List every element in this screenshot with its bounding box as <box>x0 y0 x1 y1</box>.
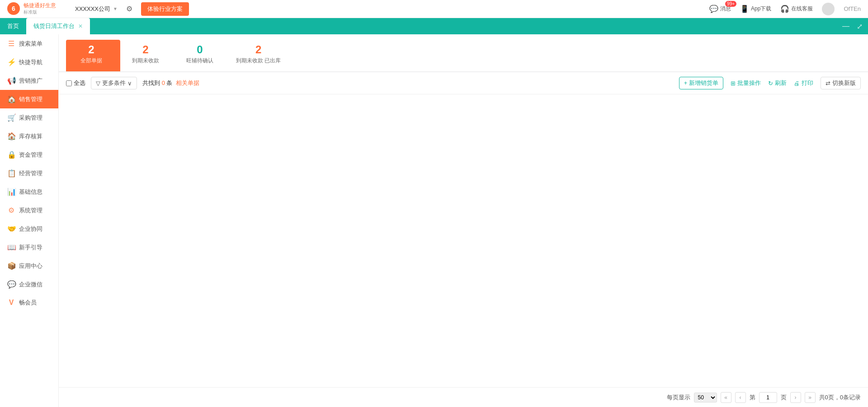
last-page-btn[interactable]: » <box>805 392 816 403</box>
print-icon: 🖨 <box>794 80 800 87</box>
sidebar-item-purchase[interactable]: 🛒 采购管理 <box>0 108 58 127</box>
add-sales-order-btn[interactable]: + 新增销货单 <box>679 77 723 89</box>
sidebar-item-operation[interactable]: 📋 经营管理 <box>0 164 58 182</box>
sidebar-item-wechat[interactable]: 💬 企业微信 <box>0 275 58 294</box>
page-suffix: 页 <box>781 393 787 402</box>
found-prefix: 共找到 <box>142 80 160 86</box>
refresh-label: 刷新 <box>775 79 787 87</box>
print-btn[interactable]: 🖨 打印 <box>794 79 813 87</box>
search-menu-icon: ☰ <box>7 39 15 48</box>
first-page-btn[interactable]: « <box>721 392 731 403</box>
found-suffix: 条 <box>166 80 172 86</box>
header-center: XXXXXX公司 ▼ ⚙ 体验行业方案 <box>66 2 709 16</box>
header-right: 💬 消息 99+ 📱 App下载 🎧 在线客服 OfTEn <box>709 3 861 15</box>
main-layout: ☰ 搜索菜单 ⚡ 快捷导航 📢 营销推广 🏠 销售管理 🛒 采购管理 🏠 库存核… <box>0 34 868 407</box>
trial-btn[interactable]: 体验行业方案 <box>141 2 189 16</box>
found-link[interactable]: 相关单据 <box>176 80 199 86</box>
sales-icon: 🏠 <box>7 95 15 103</box>
select-all-checkbox[interactable]: 全选 <box>66 79 85 87</box>
switch-label: 切换新版 <box>832 79 856 87</box>
tab-home[interactable]: 首页 <box>0 18 26 34</box>
sidebar-item-search-menu[interactable]: ☰ 搜索菜单 <box>0 34 58 53</box>
sidebar-label-finance: 资金管理 <box>19 151 42 159</box>
sidebar-label-sales: 销售管理 <box>19 95 42 103</box>
close-tab-icon[interactable]: ✕ <box>78 23 83 29</box>
sidebar-item-marketing[interactable]: 📢 营销推广 <box>0 71 58 90</box>
expand-icon[interactable]: ⤢ <box>855 20 864 33</box>
member-icon: V <box>7 299 15 307</box>
total-info: 共0页，0条记录 <box>819 393 861 402</box>
sidebar-label-operation: 经营管理 <box>19 169 42 178</box>
toolbar: 全选 ▽ 更多条件 ∨ 共找到 0 条 相关单据 + 新增销货单 ⊞ <box>59 72 868 94</box>
refresh-btn[interactable]: ↻ 刷新 <box>768 79 787 87</box>
online-service-label: 在线客服 <box>791 5 813 13</box>
sidebar-item-newbie[interactable]: 📖 新手引导 <box>0 238 58 257</box>
app-center-icon: 📦 <box>7 262 15 270</box>
switch-icon: ⇄ <box>826 80 830 87</box>
app-logo-icon: 6 <box>7 2 20 15</box>
avatar[interactable] <box>822 3 835 15</box>
footer-pagination: 每页显示 50 100 200 « ‹ 第 页 › » 共0页，0条记录 <box>59 387 868 407</box>
card-pending-confirm[interactable]: 0 旺辅待确认 <box>175 40 229 71</box>
refresh-icon: ↻ <box>768 80 773 87</box>
newbie-icon: 📖 <box>7 243 15 252</box>
logo-area: 6 畅捷通好生意 标准版 <box>7 2 66 15</box>
batch-ops-btn[interactable]: ⊞ 批量操作 <box>731 79 761 87</box>
main-content: 2 全部单据 2 到期未收款 0 旺辅待确认 2 到期未收款 已出库 全选 <box>59 34 868 407</box>
enterprise-icon: 🤝 <box>7 225 15 233</box>
app-download-btn[interactable]: 📱 App下载 <box>740 5 771 13</box>
top-header: 6 畅捷通好生意 标准版 XXXXXX公司 ▼ ⚙ 体验行业方案 💬 消息 99… <box>0 0 868 18</box>
sidebar-label-search-menu: 搜索菜单 <box>19 40 42 48</box>
tab-workbench[interactable]: 钱货日清工作台 ✕ <box>26 18 90 34</box>
minimize-icon[interactable]: — <box>840 20 851 32</box>
sidebar-item-app-center[interactable]: 📦 应用中心 <box>0 257 58 275</box>
card-all[interactable]: 2 全部单据 <box>66 40 120 71</box>
sidebar-item-system[interactable]: ⚙ 系统管理 <box>0 201 58 220</box>
filter-icon: ▽ <box>96 80 100 87</box>
sidebar-item-quick-nav[interactable]: ⚡ 快捷导航 <box>0 53 58 71</box>
sidebar-item-finance[interactable]: 🔒 资金管理 <box>0 145 58 164</box>
username-area[interactable]: OfTEn <box>844 5 861 12</box>
app-name: 畅捷通好生意 <box>24 2 56 9</box>
sidebar-label-member: 畅会员 <box>19 299 37 307</box>
prev-page-btn[interactable]: ‹ <box>735 392 746 403</box>
toolbar-right: + 新增销货单 ⊞ 批量操作 ↻ 刷新 🖨 打印 ⇄ 切换新版 <box>679 77 861 89</box>
sidebar-item-basic-info[interactable]: 📊 基础信息 <box>0 182 58 201</box>
batch-icon: ⊞ <box>731 80 736 87</box>
sidebar-item-enterprise[interactable]: 🤝 企业协同 <box>0 220 58 238</box>
message-badge: 99+ <box>725 1 736 7</box>
batch-label: 批量操作 <box>737 79 761 87</box>
sidebar-item-inventory[interactable]: 🏠 库存核算 <box>0 127 58 145</box>
select-all-input[interactable] <box>66 80 72 86</box>
marketing-icon: 📢 <box>7 76 15 85</box>
nav-tabs: 首页 钱货日清工作台 ✕ — ⤢ <box>0 18 868 34</box>
settings-icon[interactable]: ⚙ <box>123 3 136 15</box>
sidebar-item-sales[interactable]: 🏠 销售管理 <box>0 90 58 108</box>
sidebar-label-newbie: 新手引导 <box>19 243 42 252</box>
card-not-shipped-label: 到期未收款 已出库 <box>236 57 281 65</box>
sidebar-label-enterprise: 企业协同 <box>19 225 42 233</box>
page-number-input[interactable] <box>759 392 777 403</box>
toolbar-left: 全选 ▽ 更多条件 ∨ 共找到 0 条 相关单据 <box>66 77 199 89</box>
card-overdue-unpaid[interactable]: 2 到期未收款 <box>120 40 175 71</box>
next-page-btn[interactable]: › <box>790 392 801 403</box>
per-page-select[interactable]: 50 100 200 <box>694 393 717 402</box>
summary-cards: 2 全部单据 2 到期未收款 0 旺辅待确认 2 到期未收款 已出库 <box>59 34 868 72</box>
operation-icon: 📋 <box>7 169 15 178</box>
sidebar-label-marketing: 营销推广 <box>19 77 42 85</box>
filter-btn[interactable]: ▽ 更多条件 ∨ <box>91 77 137 89</box>
company-name: XXXXXX公司 <box>75 5 110 13</box>
online-service-btn[interactable]: 🎧 在线客服 <box>780 5 813 13</box>
card-pending-label: 旺辅待确认 <box>182 57 218 65</box>
per-page-label: 每页显示 <box>667 393 690 402</box>
sidebar-label-purchase: 采购管理 <box>19 114 42 122</box>
print-label: 打印 <box>802 79 813 87</box>
switch-version-btn[interactable]: ⇄ 切换新版 <box>821 77 861 89</box>
card-overdue-not-shipped[interactable]: 2 到期未收款 已出库 <box>229 40 292 71</box>
nav-tab-controls: — ⤢ <box>840 20 868 33</box>
sidebar-item-member[interactable]: V 畅会员 <box>0 294 58 312</box>
company-selector[interactable]: XXXXXX公司 ▼ <box>75 5 118 13</box>
filter-label: 更多条件 <box>102 79 126 87</box>
sidebar-label-inventory: 库存核算 <box>19 132 42 140</box>
message-btn[interactable]: 💬 消息 99+ <box>709 5 731 13</box>
